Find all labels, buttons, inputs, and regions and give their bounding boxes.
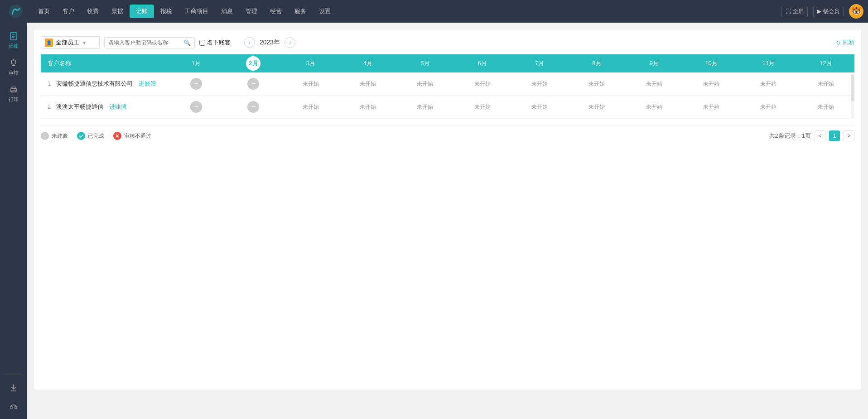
nav-messages[interactable]: 消息 xyxy=(215,5,239,18)
next-year-button[interactable]: › xyxy=(285,37,295,48)
fullscreen-icon: ⛶ xyxy=(786,8,791,14)
nav-service[interactable]: 服务 xyxy=(288,5,313,18)
status-dash-2-2: − xyxy=(247,101,259,113)
print-icon xyxy=(9,85,18,94)
nav-fees[interactable]: 收费 xyxy=(81,5,105,18)
nav-bookkeeping[interactable]: 记账 xyxy=(130,5,154,18)
table-row: 2 澳澳太平畅捷通信 进账簿 − − 未开始 未开始 未开始 xyxy=(41,96,854,119)
status-not-started: 未开始 xyxy=(588,104,605,110)
svg-point-0 xyxy=(9,5,23,18)
status-not-started: 未开始 xyxy=(588,81,605,87)
col-name: 客户名称 xyxy=(41,54,168,72)
nav-customer[interactable]: 客户 xyxy=(56,5,81,18)
status-not-started: 未开始 xyxy=(703,81,719,87)
active-month-circle: 2月 xyxy=(246,56,260,71)
status-not-started: 未开始 xyxy=(417,104,433,110)
fullscreen-button[interactable]: ⛶ 全屏 xyxy=(781,6,808,17)
row-index-1: 1 xyxy=(48,80,51,87)
sidebar-item-download[interactable] xyxy=(5,380,23,396)
status-not-started: 未开始 xyxy=(303,81,319,87)
content-panel: 👤 全部员工 ▼ 🔍 名下账套 ‹ 2023年 › ↻ 刷新 xyxy=(34,29,861,390)
status-not-started: 未开始 xyxy=(531,104,548,110)
sidebar-item-audit[interactable]: 审核 xyxy=(0,54,27,81)
year-label: 2023年 xyxy=(260,39,280,47)
status-not-started: 未开始 xyxy=(474,81,491,87)
sidebar-item-headset[interactable] xyxy=(5,398,23,414)
status-not-started: 未开始 xyxy=(646,81,662,87)
prev-page-button[interactable]: < xyxy=(815,130,825,141)
sidebar-print-label: 打印 xyxy=(9,96,19,103)
nav-home[interactable]: 首页 xyxy=(32,5,56,18)
sidebar-item-bookkeeping[interactable]: 记账 xyxy=(0,27,27,54)
sidebar-divider xyxy=(5,375,23,375)
toolbar-right: ↻ 刷新 xyxy=(836,39,854,47)
search-input[interactable] xyxy=(108,39,181,46)
cell-m10-1: 未开始 xyxy=(683,72,740,96)
legend-rejected-label: 审核不通过 xyxy=(124,132,151,140)
audit-icon xyxy=(9,58,18,67)
cell-m4-2: 未开始 xyxy=(339,96,396,119)
cell-m8-2: 未开始 xyxy=(568,96,625,119)
col-m1: 1月 xyxy=(168,54,225,72)
legend-not-started: − 未建账 xyxy=(41,132,68,140)
col-m4: 4月 xyxy=(339,54,396,72)
vip-button[interactable]: ▶ 畅会员 xyxy=(813,6,844,17)
search-icon[interactable]: 🔍 xyxy=(183,39,191,46)
fullscreen-label: 全屏 xyxy=(793,8,804,15)
cell-m9-2: 未开始 xyxy=(626,96,683,119)
cell-m12-2: 未开始 xyxy=(797,96,854,119)
nav-manage[interactable]: 管理 xyxy=(239,5,264,18)
refresh-button[interactable]: ↻ 刷新 xyxy=(836,39,854,47)
download-icon xyxy=(9,383,18,392)
main-content: 👤 全部员工 ▼ 🔍 名下账套 ‹ 2023年 › ↻ 刷新 xyxy=(27,23,868,419)
nav-invoice[interactable]: 票据 xyxy=(105,5,130,18)
status-not-started: 未开始 xyxy=(360,81,376,87)
cell-m3-2: 未开始 xyxy=(282,96,339,119)
my-accounts-checkbox[interactable] xyxy=(199,40,205,46)
sidebar-audit-label: 审核 xyxy=(9,69,19,76)
nav-right-area: ⛶ 全屏 ▶ 畅会员 🐯 xyxy=(781,4,863,19)
legend-completed: 已完成 xyxy=(77,132,104,140)
prev-year-button[interactable]: ‹ xyxy=(244,37,255,48)
status-not-started: 未开始 xyxy=(531,81,548,87)
status-dash-1-2: − xyxy=(247,78,259,90)
cell-m1-1: − xyxy=(168,72,225,96)
refresh-label: 刷新 xyxy=(843,39,854,47)
enter-ledger-link-2[interactable]: 进账簿 xyxy=(109,103,127,110)
total-records-label: 共2条记录，1页 xyxy=(769,132,811,140)
col-m12: 12月 xyxy=(797,54,854,72)
nav-business[interactable]: 工商项目 xyxy=(178,5,215,18)
chevron-down-icon: ▼ xyxy=(82,40,87,45)
cell-m4-1: 未开始 xyxy=(339,72,396,96)
employee-select[interactable]: 👤 全部员工 ▼ xyxy=(41,36,100,49)
cell-m5-2: 未开始 xyxy=(396,96,453,119)
cell-m6-1: 未开始 xyxy=(454,72,511,96)
search-wrap: 🔍 xyxy=(104,37,195,48)
status-dash-1-1: − xyxy=(190,78,202,90)
status-not-started: 未开始 xyxy=(703,104,719,110)
page-1-button[interactable]: 1 xyxy=(829,130,840,141)
table-header: 客户名称 1月 2月 3月 4月 5月 6月 7月 8月 9月 10月 11月 xyxy=(41,54,854,72)
cell-m12-1: 未开始 xyxy=(797,72,854,96)
checkmark-icon xyxy=(78,133,84,139)
scrollbar-thumb[interactable] xyxy=(851,74,854,101)
sidebar-item-print[interactable]: 打印 xyxy=(0,81,27,107)
next-page-button[interactable]: > xyxy=(844,130,854,141)
user-avatar[interactable]: 🐯 xyxy=(849,4,863,19)
nav-tax[interactable]: 报税 xyxy=(154,5,178,18)
status-not-started: 未开始 xyxy=(760,104,776,110)
legend-not-started-label: 未建账 xyxy=(52,132,68,140)
my-accounts-label: 名下账套 xyxy=(207,39,231,47)
cell-m5-1: 未开始 xyxy=(396,72,453,96)
status-not-started: 未开始 xyxy=(474,104,491,110)
vip-icon: ▶ xyxy=(817,8,821,14)
col-m7: 7月 xyxy=(511,54,568,72)
app-logo xyxy=(5,4,27,19)
nav-settings[interactable]: 设置 xyxy=(313,5,337,18)
my-accounts-checkbox-label[interactable]: 名下账套 xyxy=(199,39,231,47)
year-navigation: ‹ 2023年 › xyxy=(244,37,295,48)
nav-items: 首页 客户 收费 票据 记账 报税 工商项目 消息 管理 经营 服务 设置 xyxy=(32,5,781,18)
nav-operations[interactable]: 经营 xyxy=(264,5,288,18)
table-row: 1 安徽畅捷通信息技术有限公司 进账簿 − − 未开始 未开始 未开始 xyxy=(41,72,854,96)
enter-ledger-link-1[interactable]: 进账簿 xyxy=(139,80,156,87)
